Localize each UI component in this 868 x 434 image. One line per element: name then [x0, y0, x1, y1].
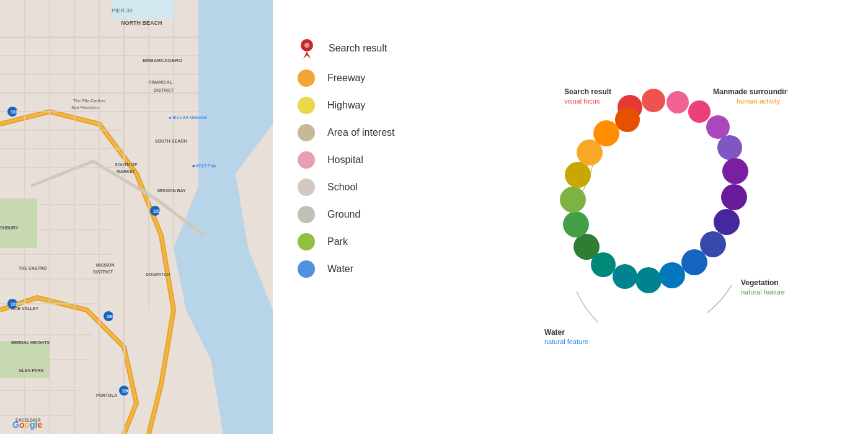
legend-item-search-result: Search result — [298, 37, 422, 60]
svg-point-67 — [688, 100, 711, 123]
legend-item-freeway: Freeway — [298, 69, 422, 87]
svg-text:Vegetation: Vegetation — [741, 278, 779, 287]
legend-item-water: Water — [298, 260, 422, 278]
right-section: Search result Freeway Highway Area of in… — [273, 0, 868, 434]
legend-dot-highway — [298, 97, 315, 114]
legend-item-highway: Highway — [298, 97, 422, 114]
svg-point-75 — [659, 262, 685, 288]
svg-text:natural feature: natural feature — [741, 288, 785, 296]
search-result-pin — [298, 37, 316, 60]
svg-text:SHBURY: SHBURY — [0, 226, 19, 230]
svg-text:101: 101 — [11, 110, 18, 114]
svg-point-69 — [717, 135, 742, 160]
legend-label-area-of-interest: Area of interest — [327, 127, 395, 138]
legend-item-school: School — [298, 179, 422, 196]
legend-dot-park — [298, 233, 315, 250]
svg-point-80 — [563, 211, 589, 237]
svg-text:NORTH BEACH: NORTH BEACH — [121, 20, 162, 26]
diagram-container: Search result visual focus Manmade surro… — [527, 56, 787, 378]
svg-text:DISTRICT: DISTRICT — [93, 270, 113, 274]
svg-text:EMBARCADERO: EMBARCADERO — [143, 58, 182, 63]
svg-text:Google: Google — [12, 420, 42, 430]
legend-label-water: Water — [327, 264, 353, 275]
map-section: PIER 39 NORTH BEACH EMBARCADERO FINANCIA… — [0, 0, 273, 434]
svg-point-65 — [642, 89, 665, 112]
svg-text:Manmade surroundings: Manmade surroundings — [713, 87, 787, 96]
svg-point-82 — [565, 162, 591, 188]
svg-point-72 — [714, 209, 740, 235]
svg-text:BERNAL HEIGHTS: BERNAL HEIGHTS — [11, 340, 50, 345]
svg-text:Search result: Search result — [564, 87, 611, 96]
svg-text:PIER 39: PIER 39 — [112, 7, 133, 14]
svg-text:THE CASTRO: THE CASTRO — [19, 266, 47, 270]
svg-text:DOGPATCH: DOGPATCH — [146, 272, 170, 277]
legend-dot-water — [298, 260, 315, 278]
legend-item-hospital: Hospital — [298, 151, 422, 169]
svg-text:MISSION: MISSION — [96, 263, 115, 267]
svg-text:The Ritz-Carlton,: The Ritz-Carlton, — [73, 99, 106, 103]
svg-rect-26 — [0, 341, 50, 378]
legend-label-highway: Highway — [327, 100, 365, 111]
svg-point-68 — [706, 115, 730, 139]
svg-text:SOUTH BEACH: SOUTH BEACH — [155, 139, 187, 143]
legend-dot-school — [298, 179, 315, 196]
svg-point-85 — [615, 107, 640, 132]
svg-text:280: 280 — [107, 314, 114, 319]
legend-section: Search result Freeway Highway Area of in… — [273, 0, 446, 434]
svg-point-77 — [613, 264, 637, 289]
svg-text:101: 101 — [11, 302, 18, 306]
legend-label-ground: Ground — [327, 209, 360, 220]
svg-text:natural feature: natural feature — [544, 338, 588, 345]
svg-text:GLEN PARK: GLEN PARK — [19, 368, 44, 373]
svg-text:FINANCIAL: FINANCIAL — [149, 80, 172, 84]
legend-dot-ground — [298, 206, 315, 223]
svg-point-81 — [560, 187, 586, 213]
svg-text:PORTOLA: PORTOLA — [96, 393, 117, 397]
svg-rect-25 — [0, 198, 37, 248]
svg-text:280: 280 — [122, 389, 130, 393]
svg-point-74 — [681, 249, 707, 275]
svg-text:DISTRICT: DISTRICT — [154, 88, 174, 92]
legend-item-ground: Ground — [298, 206, 422, 223]
legend-dot-freeway — [298, 69, 315, 87]
svg-text:● Blick Art Materials: ● Blick Art Materials — [169, 115, 207, 120]
legend-dot-hospital — [298, 151, 315, 169]
svg-text:San Francisco: San Francisco — [71, 105, 99, 110]
legend-label-hospital: Hospital — [327, 154, 363, 166]
legend-label-freeway: Freeway — [327, 73, 365, 84]
svg-text:human activity: human activity — [737, 97, 781, 105]
svg-text:101: 101 — [153, 209, 161, 213]
svg-text:MISSION BAY: MISSION BAY — [157, 188, 186, 193]
legend-dot-area-of-interest — [298, 124, 315, 141]
svg-point-84 — [593, 120, 619, 146]
legend-label-search-result: Search result — [329, 43, 387, 54]
svg-text:Water: Water — [544, 328, 565, 337]
svg-text:SOUTH OF: SOUTH OF — [115, 162, 138, 167]
svg-text:MARKET: MARKET — [117, 169, 136, 174]
diagram-section: Search result visual focus Manmade surro… — [446, 0, 868, 434]
diagram-svg: Search result visual focus Manmade surro… — [527, 56, 787, 378]
legend-label-school: School — [327, 182, 358, 193]
svg-point-70 — [722, 158, 748, 184]
legend-label-park: Park — [327, 236, 348, 247]
svg-point-71 — [721, 184, 747, 210]
svg-point-63 — [304, 43, 309, 48]
svg-point-79 — [574, 234, 600, 260]
svg-point-66 — [666, 91, 689, 113]
svg-point-76 — [636, 267, 662, 293]
legend-item-area-of-interest: Area of interest — [298, 124, 422, 141]
legend-item-park: Park — [298, 233, 422, 250]
svg-text:■ AT&T Park: ■ AT&T Park — [192, 164, 217, 168]
svg-text:visual focus: visual focus — [564, 97, 600, 105]
